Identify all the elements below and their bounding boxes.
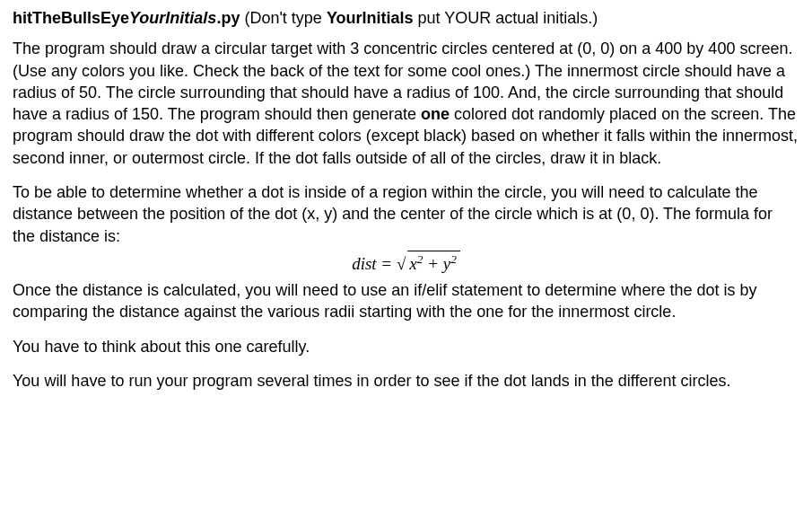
formula-eq: = xyxy=(377,254,397,273)
filename-ext: .py xyxy=(216,9,240,27)
paragraph-5: You will have to run your program severa… xyxy=(13,370,799,392)
radicand: x2 + y2 xyxy=(407,251,460,276)
paragraph-1: The program should draw a circular targe… xyxy=(13,38,799,169)
paragraph-2: To be able to determine whether a dot is… xyxy=(13,181,799,247)
heading-note-bold: YourInitials xyxy=(327,9,414,27)
distance-formula: dist = √x2 + y2 xyxy=(13,251,799,276)
formula-y: y xyxy=(443,254,450,273)
paragraph-4: You have to think about this one careful… xyxy=(13,336,799,357)
filename-variable: YourInitials xyxy=(129,9,216,27)
heading-note-before: (Don't type xyxy=(240,9,326,27)
formula-plus: + xyxy=(423,254,442,273)
formula-lhs: dist xyxy=(352,254,376,273)
sqrt-wrap: x2 + y2 xyxy=(406,251,460,276)
filename-prefix: hitTheBullsEye xyxy=(13,9,129,27)
heading-note-after: put YOUR actual initials.) xyxy=(414,9,598,27)
p1-one: one xyxy=(421,105,450,123)
paragraph-3: Once the distance is calculated, you wil… xyxy=(13,279,799,323)
formula-x: x xyxy=(409,254,416,273)
assignment-heading: hitTheBullsEyeYourInitials.py (Don't typ… xyxy=(13,7,799,29)
radical-sign: √ xyxy=(397,254,406,273)
formula-y-sq: 2 xyxy=(450,252,457,266)
